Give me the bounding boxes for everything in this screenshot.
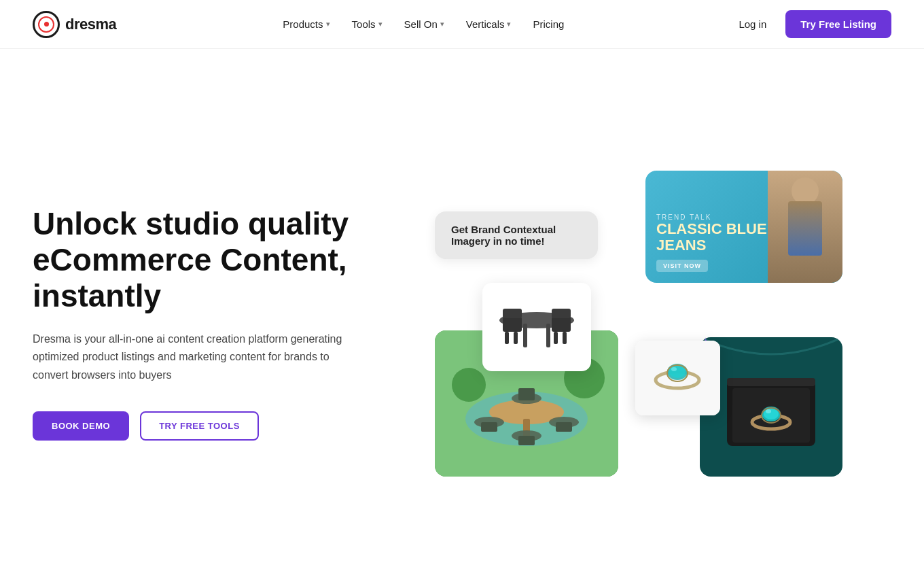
ring-big-svg xyxy=(700,337,842,477)
chevron-down-icon: ▾ xyxy=(326,20,330,29)
brand-bubble-text: Get Brand Contextual Imagery in no time! xyxy=(451,224,556,247)
svg-rect-16 xyxy=(481,422,497,432)
login-button[interactable]: Log in xyxy=(730,13,775,35)
chair-card xyxy=(482,283,591,371)
ring-small-card xyxy=(635,341,720,415)
chevron-down-icon: ▾ xyxy=(507,20,511,29)
svg-rect-20 xyxy=(518,436,535,445)
brand-bubble: Get Brand Contextual Imagery in no time! xyxy=(435,211,598,259)
logo[interactable]: dresma xyxy=(33,11,116,38)
svg-rect-1 xyxy=(523,324,527,347)
logo-text: dresma xyxy=(65,16,116,33)
nav-right: Log in Try Free Listing xyxy=(730,10,891,38)
svg-rect-22 xyxy=(518,388,535,400)
svg-rect-5 xyxy=(514,332,518,344)
banner-jeans-title: CLASSIC BLUE JEANS xyxy=(656,221,832,254)
nav-links: Products ▾ Tools ▾ Sell On ▾ Verticals ▾… xyxy=(273,13,573,35)
chair-svg xyxy=(482,283,591,371)
banner-visit-btn: VISIT NOW xyxy=(656,260,708,272)
logo-icon xyxy=(33,11,60,38)
hero-section: Unlock studio quality eCommerce Content,… xyxy=(0,49,924,584)
hero-collage: Get Brand Contextual Imagery in no time!… xyxy=(435,171,842,477)
try-free-listing-button[interactable]: Try Free Listing xyxy=(785,10,891,38)
ring-small-svg xyxy=(635,341,720,415)
nav-item-tools[interactable]: Tools ▾ xyxy=(342,13,392,35)
svg-point-38 xyxy=(766,409,771,413)
navbar: dresma Products ▾ Tools ▾ Sell On ▾ Vert… xyxy=(0,0,924,49)
hero-left: Unlock studio quality eCommerce Content,… xyxy=(33,206,359,441)
svg-rect-3 xyxy=(503,317,522,332)
svg-rect-8 xyxy=(554,332,558,344)
nav-item-pricing[interactable]: Pricing xyxy=(523,13,573,35)
svg-rect-2 xyxy=(546,324,550,347)
jeans-banner: TREND TALK CLASSIC BLUE JEANS VISIT NOW xyxy=(645,171,842,283)
nav-item-verticals[interactable]: Verticals ▾ xyxy=(457,13,521,35)
svg-rect-4 xyxy=(505,332,509,344)
hero-buttons: BOOK DEMO TRY FREE TOOLS xyxy=(33,411,359,441)
nav-item-products[interactable]: Products ▾ xyxy=(273,13,339,35)
nav-item-sell-on[interactable]: Sell On ▾ xyxy=(395,13,454,35)
hero-title: Unlock studio quality eCommerce Content,… xyxy=(33,206,359,314)
hero-description: Dresma is your all-in-one ai content cre… xyxy=(33,330,359,384)
svg-point-28 xyxy=(669,366,686,378)
book-demo-button[interactable]: BOOK DEMO xyxy=(33,411,129,441)
svg-rect-18 xyxy=(556,422,572,432)
svg-rect-9 xyxy=(563,332,567,344)
chevron-down-icon: ▾ xyxy=(378,20,383,29)
svg-rect-10 xyxy=(552,309,571,318)
hero-right: Get Brand Contextual Imagery in no time!… xyxy=(386,171,891,477)
svg-rect-7 xyxy=(552,317,571,332)
ring-big-card xyxy=(700,337,842,477)
svg-point-29 xyxy=(671,367,677,371)
svg-point-37 xyxy=(764,409,779,419)
svg-rect-6 xyxy=(503,309,522,318)
svg-rect-33 xyxy=(727,378,815,386)
try-free-tools-button[interactable]: TRY FREE TOOLS xyxy=(140,411,259,441)
chevron-down-icon: ▾ xyxy=(440,20,444,29)
svg-point-24 xyxy=(452,368,486,402)
